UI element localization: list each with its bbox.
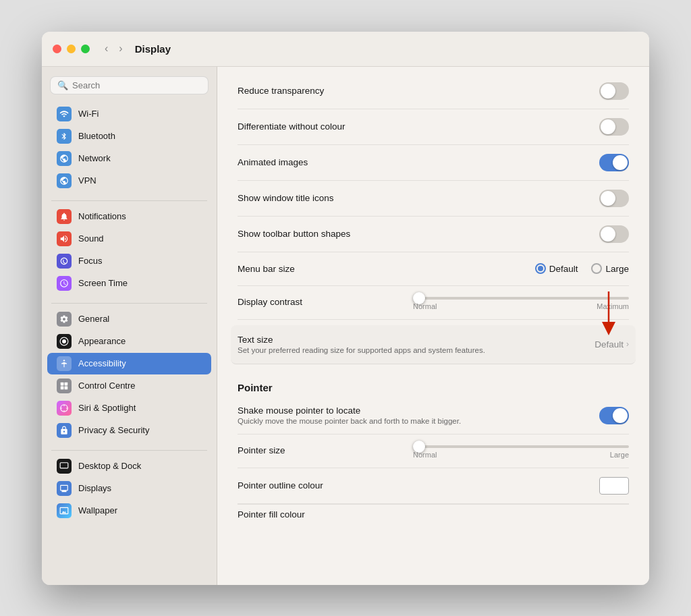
display-contrast-slider-container: Normal Maximum [413,297,629,310]
appearance-icon [57,334,72,349]
reduce-transparency-row: Reduce transparency [238,74,629,109]
minimize-button[interactable] [67,45,76,53]
sidebar-item-sound[interactable]: Sound [47,228,211,250]
nav-buttons: ‹ › [101,41,127,56]
window-title-icons-toggle[interactable] [599,190,629,207]
sidebar-item-accessibility[interactable]: Accessibility [47,353,211,374]
vpn-label: VPN [78,175,96,186]
toggle-knob [601,227,615,242]
accessibility-label: Accessibility [78,358,126,368]
sidebar-item-displays[interactable]: Displays [47,478,211,499]
sidebar-item-wifi[interactable]: Wi-Fi [47,103,211,125]
text-size-current: Default [595,339,624,349]
sidebar-item-appearance[interactable]: Appearance [47,331,211,352]
bottom-row: Pointer fill colour [238,504,629,524]
maximize-button[interactable] [81,45,90,53]
screen-time-icon [57,276,72,291]
network-icon [57,151,72,166]
text-size-row[interactable]: Text size Set your preferred reading siz… [231,325,636,364]
pointer-size-slider[interactable] [413,445,629,448]
desktop-dock-label: Desktop & Dock [78,461,141,471]
sidebar-item-control-centre[interactable]: Control Centre [47,375,211,397]
pointer-size-labels: Normal Large [413,451,629,459]
reduce-transparency-label: Reduce transparency [238,86,599,96]
sidebar-item-general[interactable]: General [47,308,211,330]
window-content: 🔍 Wi-Fi Bluetooth [42,67,649,585]
accessibility-icon [57,356,72,371]
differentiate-row: Differentiate without colour [238,109,629,145]
sidebar-item-screen-time[interactable]: Screen Time [47,273,211,294]
pointer-max-label: Large [610,451,629,459]
shake-pointer-sublabel: Quickly move the mouse pointer back and … [238,417,507,425]
sidebar: 🔍 Wi-Fi Bluetooth [42,67,217,585]
animated-images-toggle[interactable] [599,154,629,171]
animated-images-label: Animated images [238,157,599,167]
text-size-value[interactable]: Default › [595,339,629,349]
large-label: Large [605,264,629,274]
toggle-knob [613,408,628,423]
contrast-labels: Normal Maximum [413,302,629,310]
sidebar-item-privacy-security[interactable]: Privacy & Security [47,420,211,441]
sidebar-item-notifications[interactable]: Notifications [47,206,211,227]
menu-bar-size-row: Menu bar size Default Large [238,252,629,286]
desktop-dock-icon [57,459,72,474]
differentiate-label: Differentiate without colour [238,121,599,132]
wifi-label: Wi-Fi [78,109,99,119]
shake-pointer-toggle[interactable] [599,407,629,424]
forward-button[interactable]: › [115,41,126,56]
large-radio [591,263,602,274]
search-input[interactable] [72,80,201,90]
menu-bar-large-option[interactable]: Large [591,263,629,274]
sidebar-item-desktop-dock[interactable]: Desktop & Dock [47,455,211,477]
search-bar[interactable]: 🔍 [50,76,209,94]
svg-point-1 [63,360,65,361]
display-contrast-slider[interactable] [413,297,629,300]
pointer-outline-colour-row: Pointer outline colour [238,468,629,504]
pointer-outline-colour-swatch[interactable] [599,477,629,495]
svg-rect-2 [61,382,64,385]
titlebar: ‹ › Display [42,32,649,67]
window-title: Display [135,43,171,55]
focus-label: Focus [78,256,102,266]
toolbar-shapes-toggle[interactable] [599,225,629,243]
display-settings: Reduce transparency Differentiate withou… [217,67,649,531]
wifi-icon [57,107,72,121]
sidebar-item-siri-spotlight[interactable]: Siri & Spotlight [47,397,211,419]
bluetooth-label: Bluetooth [78,131,115,141]
general-label: General [78,314,109,324]
network-label: Network [78,153,111,163]
pointer-outline-colour-label: Pointer outline colour [238,480,599,491]
pointer-size-slider-container: Normal Large [413,445,629,459]
sidebar-divider-2 [51,303,207,304]
sidebar-item-vpn[interactable]: VPN [47,170,211,192]
toolbar-shapes-row: Show toolbar button shapes [238,217,629,252]
reduce-transparency-toggle[interactable] [599,82,629,100]
pointer-min-label: Normal [413,451,437,459]
differentiate-toggle[interactable] [599,118,629,136]
contrast-min-label: Normal [413,302,437,310]
display-contrast-row: Display contrast Normal Maximum [238,286,629,320]
siri-icon [57,401,72,416]
sidebar-item-wallpaper[interactable]: Wallpaper [47,500,211,522]
sidebar-item-network[interactable]: Network [47,148,211,169]
toggle-knob [613,155,628,170]
focus-icon [57,254,72,269]
traffic-lights [53,45,90,53]
svg-rect-5 [65,386,68,389]
menu-bar-default-option[interactable]: Default [535,263,578,274]
back-button[interactable]: ‹ [101,41,112,56]
sidebar-group-desktop: Desktop & Dock Displays Wallpaper [42,455,217,522]
default-radio [535,263,546,274]
sidebar-item-bluetooth[interactable]: Bluetooth [47,125,211,147]
toggle-knob [601,84,615,99]
menu-bar-size-options: Default Large [535,263,629,274]
privacy-icon [57,423,72,438]
notifications-icon [57,209,72,224]
main-panel: Reduce transparency Differentiate withou… [217,67,649,585]
close-button[interactable] [53,45,61,53]
shake-pointer-info: Shake mouse pointer to locate Quickly mo… [238,405,599,425]
sidebar-divider-1 [51,200,207,201]
sidebar-item-focus[interactable]: Focus [47,250,211,272]
pointer-section-header: Pointer [238,370,629,397]
svg-rect-3 [65,382,68,385]
